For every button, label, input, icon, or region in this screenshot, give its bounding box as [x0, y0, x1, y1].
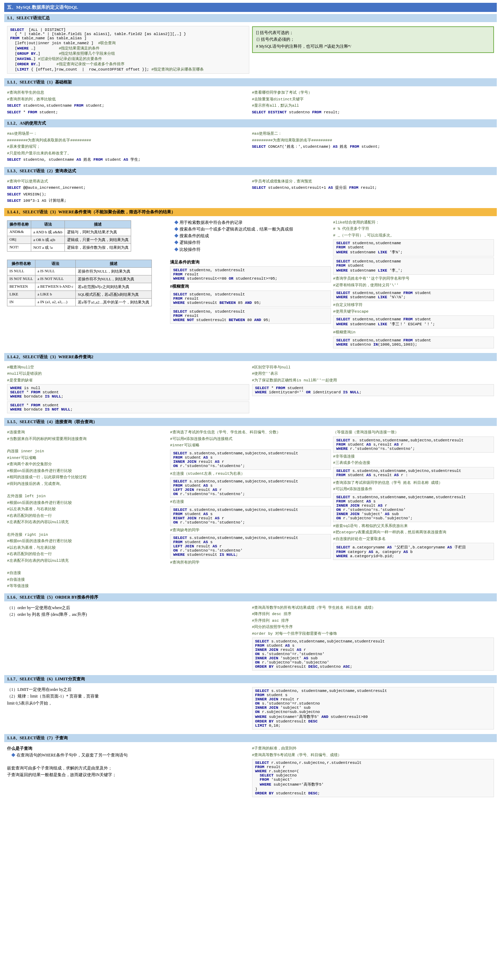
s15-right-col: （等值连接（查询连接与内连接一致） SELECT s. studentno,st… — [333, 429, 494, 590]
null-t2: #null可以是错误的 — [7, 371, 249, 377]
s16-left: （1）order by一定使用在where之后 （2）order by 列名 排… — [7, 604, 249, 672]
s18-title-text: 1.1.8、SELECT语法（7）子查询 — [7, 735, 68, 740]
where-desc3: 搜索条件的组成 — [174, 233, 331, 239]
where-sql2: SELECT studentno, studentresult FROM res… — [170, 291, 331, 307]
where-sql-title1: 满足条件的查询 — [170, 259, 331, 265]
s12-r-sql: SELECT CONCAT('姓名：',studentname) AS 姓名 F… — [252, 144, 494, 150]
left-desc: #左连接（student左表，result为右表） — [170, 471, 331, 477]
inner-t2: #查询两个表中的交集部分 — [7, 461, 168, 468]
op-isnotnull: IS NOT NULL — [7, 275, 35, 283]
table-row: LIKE a LIKE b SQL模式匹配，若a匹配b则结果为真 — [7, 291, 152, 298]
s11-sql-all: SELECT * FROM student; — [7, 110, 249, 115]
s16-header: 1.1.6、SELECT语法（5）ORDER BY按条件排序 — [4, 593, 497, 601]
s17-content: （1）LIMIT一定使用在order by之后 （2）规律：limit（当前页面… — [4, 684, 497, 732]
right-sql: SELECT s.studentno,studentname,subjectno… — [170, 506, 331, 526]
order-r1: #查询高等数学5的所有考试结果成绩（学号 学生姓名 科目名称 成绩） — [252, 605, 494, 611]
right-lbl: 右外连接 right join — [7, 532, 168, 538]
left-t1: #根据on后面的连接条件进行逐行比较 — [7, 500, 168, 506]
left-t2: #以左表为基准，与右表比较 — [7, 506, 168, 512]
sub-desc3: 子查询返回的结果一般都是集合，故而建议使用IN关键字； — [7, 772, 249, 778]
where-sql3: SELECT studentno, studentresult FROM res… — [170, 308, 331, 324]
right-t1: #根据on后面的连接条件进行逐行比较 — [7, 538, 168, 544]
where-desc1: 用于检索数据表中符合条件的记录 — [174, 220, 331, 226]
self-t1: #自值连接 — [7, 577, 168, 583]
like-sql3: SELECT studentno,studentname FROM studen… — [333, 289, 494, 301]
inner-lbl: 内连接 inner join — [7, 449, 168, 454]
like-t4: #查询学员姓名中有''这个字的同学名和学号 — [333, 276, 494, 282]
op-in-syntax: a IN (a1, a2, a3,…) — [35, 298, 76, 306]
null-sql2: SELECT * FROM student WHERE borndate IS … — [7, 401, 249, 413]
s15-title-text: 1.1.5、SELECT语法（4）连接查询（联合查询） — [7, 419, 97, 424]
join-desc1: #查询选了考试的学生信息（学号、学生姓名、科目编号、分数） — [170, 430, 331, 436]
inner-sql: SELECT s.studentno,studentname,subjectno… — [170, 449, 331, 470]
s1-syntax-col: SELECT [ALL | DISTINCT] { * | table.* | … — [7, 25, 249, 75]
order-n1: （1）order by一定使用在where之后 — [7, 605, 249, 611]
join-t2: #当数据来自不同的标的时候需要用到连接查询 — [7, 436, 168, 442]
s1341-middle-col: 用于检索数据表中符合条件的记录 搜索条件可由一个或多个逻辑表达式组成，结果一般为… — [170, 219, 331, 350]
order-n2: （2）order by 列名 排序 (desc降序，asc升序) — [7, 612, 249, 617]
op-like: LIKE — [7, 291, 35, 298]
multi-sql: SELECT s.studentno,studentname,subjectno… — [333, 467, 494, 479]
s13-title-text: 1.1.3、SELECT语法（2）查询表达式 — [7, 169, 76, 173]
table-row: NOT! NOT a 或 !a 逻辑非，若操作数为假，结果则为真 — [7, 243, 131, 251]
s11-sql-sel: SELECT studentno,studentname FROM studen… — [7, 103, 249, 109]
like-t6: #自定义转移字符 — [333, 302, 494, 308]
op-in: IN — [7, 298, 35, 306]
s11-r2: #去除重复项distinct关键字 — [252, 97, 494, 102]
s13-r-sql: SELECT studentno,studentresult+1 AS 提分后 … — [252, 185, 494, 191]
miss-sql: SELECT s.studentno,studentname,subjectno… — [170, 534, 331, 558]
eq-sql: SELECT s. studentno,studentname,subjectn… — [333, 436, 494, 453]
col2-desc: 描述 — [76, 260, 152, 267]
s1341-header: 1.1.4.1、SELECT语法（3）WHERE条件查询（不能加聚合函数，筛选不… — [4, 208, 497, 216]
s1342-left: #概查询null空 #null可以是错误的 #是变量的缺省 WHERE is n… — [7, 364, 249, 415]
like-sql1: SELECT studentno,studentname FROM studen… — [333, 239, 494, 256]
op-not: NOT! — [7, 243, 31, 251]
s13-left: #查询中可以使用表达式 SELECT @@auto_increment_incr… — [7, 178, 249, 205]
join-desc2: #可以用#添加连接条件以内连接格式 — [170, 436, 331, 442]
op-like-syntax: a LIKE b — [35, 291, 76, 298]
order-r2: #降序排列 desc 排序 — [252, 611, 494, 617]
col-desc: 描述 — [65, 220, 131, 228]
section-title-text: 五、MySQL数据库的定义语句DQL — [7, 5, 78, 10]
page: 五、MySQL数据库的定义语句DQL 1.1、SELECT语法汇总 SELECT… — [0, 0, 501, 804]
s16-right: #查询高等数学5的所有考试结果成绩（学号 学生姓名 科目名称 成绩） #降序排列… — [252, 604, 494, 672]
s11-r3: #显示所有all，默认为all — [252, 103, 494, 109]
in-sql1: SELECT studentno,studentname FROM studen… — [333, 336, 494, 348]
null-r2: #使用空''表示 — [252, 371, 494, 377]
where-sql1: SELECT studentno, studentresult FROM res… — [170, 266, 331, 282]
null-r-sql: SELECT * FROM student WHERE identitycard… — [252, 384, 494, 396]
s18-header: 1.1.8、SELECT语法（7）子查询 — [4, 734, 497, 742]
s1-content: SELECT [ALL | DISTINCT] { * | table.* | … — [4, 24, 497, 76]
s12-right: #as使用场景二： #########为查询结果取新的名字######### S… — [252, 130, 494, 164]
s11-right: #查看哪些同学参加了考试（学号） #去除重复项distinct关键字 #显示所有… — [252, 89, 494, 116]
null-t1: #概查询null空 — [7, 364, 249, 371]
like-t1: #like结合使用的通配符： — [333, 220, 494, 226]
s1-title-text: 1.1、SELECT语法汇总 — [7, 16, 50, 20]
s11-title-text: 1.1.1、SELECT语法（1）基础框架 — [7, 80, 72, 84]
main-section-title: 五、MySQL数据库的定义语句DQL — [4, 3, 497, 12]
order-r5: #order by 对每一个排序字段都需要有一个修饰 — [252, 631, 494, 637]
three-t1: #查询添加了考试班级同学的信息（学号 姓名 科目名称 成绩） — [333, 480, 494, 486]
order-r3: #升序排列 asc 排序 — [252, 618, 494, 624]
s12-l2: #########为查询列或表取新的名字######### — [7, 138, 249, 143]
op-like-desc: SQL模式匹配，若a匹配b则结果为真 — [76, 291, 152, 298]
op-not-desc: 逻辑非，若操作数为假，结果则为真 — [65, 243, 131, 251]
order-sql: SELECT s.studentno,studentname,subjectna… — [252, 638, 494, 671]
s11-left: #查询所有学生的信息 #查询所有的列，效率比较低 SELECT studentn… — [7, 89, 249, 116]
in-t1: #模糊查询in — [333, 329, 494, 336]
s12-header: 1.1.2、AS的使用方式 — [4, 119, 497, 127]
op-table-2: 操作符名称 语法 描述 IS NULL a IS NULL 若操作符为NULL，… — [7, 260, 152, 306]
notes-box: [] 括号代表可选的； {} 括号代表必须的； # MySQL语句中的注释符，也… — [252, 26, 494, 53]
s13-s3: SELECT 100*3-1 AS 计算结果; — [7, 198, 249, 204]
table-row: AND&& a AND b 或 a&&b 逻辑与，同时为真结果才为真 — [7, 228, 131, 236]
s1341-right-col: #like结合使用的通配符： # % 代任意多个字符 # _（一个字符），可以出… — [333, 219, 494, 350]
nest-t1: #嵌套sql语句，将相似的父关系系统放出来 — [333, 523, 494, 529]
left-t3: #右表匹配到的组合在一行 — [7, 513, 168, 519]
sub-sql: SELECT r.studentno,r.subjectno,r.student… — [252, 759, 494, 797]
note1: [] 括号代表可选的； — [256, 30, 490, 36]
inner-t3: #根据on后面的连接条件进行逐行比较 — [7, 468, 168, 474]
sub-r2: #查询高等数学5考试结果（学号、科目编号、成绩） — [252, 752, 494, 758]
order-r4: #同分的话按照学号升序 — [252, 624, 494, 630]
syntax-block: SELECT [ALL | DISTINCT] { * | table.* | … — [7, 26, 249, 74]
s12-l3: #原来变量的缩写； — [7, 144, 249, 150]
